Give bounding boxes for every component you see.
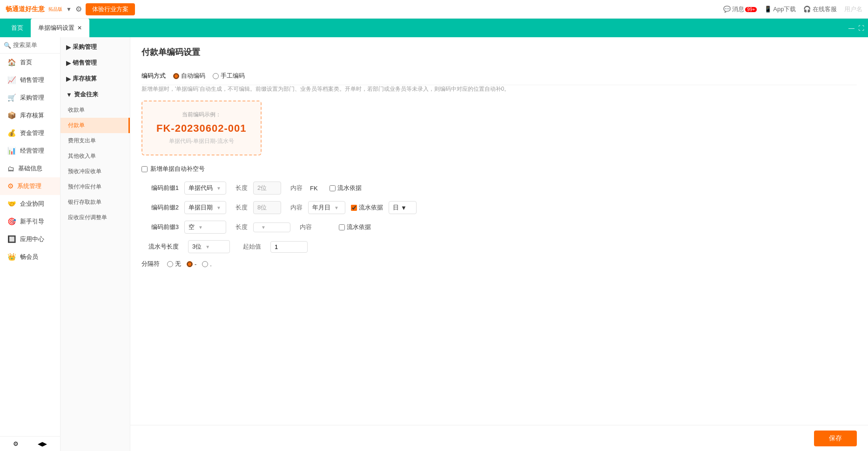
tab-close-icon[interactable]: ✕ <box>77 25 82 31</box>
top-bar: 畅通道好生意 拓品版 ▼ ⚙ 体验行业方案 💬 消息99+ 📱 App下载 🎧 … <box>0 0 868 19</box>
content-footer: 保存 <box>130 425 868 451</box>
sidebar-item-enterprise[interactable]: 🤝 企业协同 <box>0 195 60 213</box>
sidebar-item-inventory[interactable]: 📦 库存核算 <box>0 107 60 124</box>
sidebar-item-operation[interactable]: 📊 经营管理 <box>0 142 60 160</box>
prefix-3-length-label: 长度 <box>236 223 248 231</box>
tab-encoding-settings[interactable]: 单据编码设置 ✕ <box>31 19 89 37</box>
secondary-nav: ▶ 采购管理 ▶ 销售管理 ▶ 库存核算 ▼ 资金往来 收款单 付款单 费用支出… <box>61 37 130 451</box>
inventory-icon: 📦 <box>7 111 16 120</box>
finance-icon: 💰 <box>7 129 16 137</box>
prefix-2-length-value: 8位 <box>253 201 281 214</box>
sep-dot[interactable]: . <box>202 261 212 268</box>
prefix-3-select[interactable]: 空 ▼ <box>184 221 226 234</box>
start-value-input[interactable] <box>270 241 308 253</box>
prefix-row-1: 编码前缀1 单据代码 ▼ 长度 2位 内容 FK 流水依据 <box>141 182 857 195</box>
sec-group-inventory-label: 库存核算 <box>73 74 97 83</box>
tab-home[interactable]: 首页 <box>4 19 31 37</box>
enterprise-icon: 🤝 <box>7 200 16 208</box>
prefix-1-serial-checkbox[interactable]: 流水依据 <box>330 184 362 192</box>
prefix-1-length-label: 长度 <box>236 184 248 192</box>
prefix-1-content-label: 内容 <box>290 184 303 192</box>
nav-search[interactable]: 🔍 搜索菜单 <box>0 37 60 54</box>
prefix-2-period-select[interactable]: 日 ▼ <box>389 201 417 214</box>
sec-group-sales-label: 销售管理 <box>73 59 97 67</box>
serial-length-select[interactable]: 3位 ▼ <box>188 240 230 253</box>
sidebar-item-member[interactable]: 👑 畅会员 <box>0 248 60 266</box>
sec-nav-prepay-receivable[interactable]: 预收冲应收单 <box>61 164 130 179</box>
sidebar-item-apps[interactable]: 🔲 应用中心 <box>0 230 60 248</box>
prefix-2-serial-checkbox[interactable]: 流水依据 <box>351 203 383 212</box>
separator-options: 无 - . <box>167 260 212 268</box>
prefix-3-length-select[interactable]: ▼ <box>253 222 290 232</box>
sidebar-item-purchase[interactable]: 🛒 采购管理 <box>0 89 60 107</box>
sec-group-inventory-title[interactable]: ▶ 库存核算 <box>61 71 130 87</box>
sec-group-capital-label: 资金往来 <box>74 90 98 99</box>
prefix-row-3: 编码前缀3 空 ▼ 长度 ▼ 内容 流水依据 <box>141 221 857 234</box>
sidebar-item-sales[interactable]: 📈 销售管理 <box>0 71 60 89</box>
sec-group-purchase-title[interactable]: ▶ 采购管理 <box>61 39 130 55</box>
prefix-2-content-select[interactable]: 年月日 ▼ <box>308 201 345 214</box>
system-icon: ⚙ <box>7 182 13 190</box>
prefix-3-length-arrow: ▼ <box>261 225 266 230</box>
dropdown-icon[interactable]: ▼ <box>66 6 72 13</box>
nav-settings-icon[interactable]: ⚙ <box>13 440 19 447</box>
encoding-method-row: 编码方式 自动编码 手工编码 <box>141 67 857 85</box>
start-value-label: 起始值 <box>243 242 261 251</box>
prefix-1-select[interactable]: 单据代码 ▼ <box>184 182 226 195</box>
prefix-3-value: 空 <box>188 223 195 231</box>
main-layout: 🔍 搜索菜单 🏠 首页 📈 销售管理 🛒 采购管理 📦 库存核算 💰 资金管理 … <box>0 37 868 451</box>
serial-length-row: 流水号长度 3位 ▼ 起始值 <box>141 240 857 253</box>
sep-dash[interactable]: - <box>187 261 196 268</box>
prefix-2-serial-label: 流水依据 <box>359 203 383 212</box>
sec-group-capital-title[interactable]: ▼ 资金往来 <box>61 87 130 102</box>
sidebar-item-purchase-label: 采购管理 <box>20 94 44 102</box>
nav-collapse-icon[interactable]: ◀▶ <box>38 440 47 447</box>
sidebar-item-system-label: 系统管理 <box>17 182 41 190</box>
sec-nav-bank[interactable]: 银行存取款单 <box>61 195 130 210</box>
chevron-right-icon3: ▶ <box>66 75 71 82</box>
sidebar-item-guide-label: 新手引导 <box>20 217 44 226</box>
sidebar-item-operation-label: 经营管理 <box>20 147 44 155</box>
sidebar-item-home[interactable]: 🏠 首页 <box>0 54 60 71</box>
sep-none[interactable]: 无 <box>167 260 181 268</box>
app-download-link[interactable]: 📱 App下载 <box>764 5 796 13</box>
prefix-1-length-value: 2位 <box>253 182 281 195</box>
message-icon[interactable]: 💬 消息99+ <box>723 5 757 13</box>
prefix-3-content-label: 内容 <box>300 223 312 231</box>
trial-button[interactable]: 体验行业方案 <box>86 3 135 15</box>
sec-group-sales-title[interactable]: ▶ 销售管理 <box>61 55 130 71</box>
tab-maximize-icon[interactable]: ⛶ <box>858 25 864 32</box>
nav-bottom: ⚙ ◀▶ <box>0 436 60 451</box>
sec-nav-prepay-payable[interactable]: 预付冲应付单 <box>61 179 130 195</box>
settings-icon[interactable]: ⚙ <box>75 5 82 13</box>
save-button[interactable]: 保存 <box>814 431 857 446</box>
online-service-link[interactable]: 🎧 在线客服 <box>803 5 837 13</box>
sidebar-item-basic[interactable]: 🗂 基础信息 <box>0 160 60 177</box>
tab-encoding-label: 单据编码设置 <box>38 24 74 32</box>
auto-code-radio[interactable]: 自动编码 <box>173 72 205 80</box>
prefix-3-serial-checkbox[interactable]: 流水依据 <box>339 223 371 231</box>
operation-icon: 📊 <box>7 147 16 155</box>
prefix-2-select[interactable]: 单据日期 ▼ <box>184 201 226 214</box>
sec-group-inventory: ▶ 库存核算 <box>61 71 130 87</box>
sec-nav-receipt[interactable]: 收款单 <box>61 102 130 118</box>
sec-nav-other-income[interactable]: 其他收入单 <box>61 148 130 164</box>
tab-minimize-icon[interactable]: — <box>848 25 855 32</box>
sec-nav-adjustment[interactable]: 应收应付调整单 <box>61 210 130 225</box>
sidebar-item-system[interactable]: ⚙ 系统管理 <box>0 177 60 195</box>
sec-nav-expense[interactable]: 费用支出单 <box>61 133 130 148</box>
separator-row: 分隔符 无 - . <box>141 260 857 268</box>
sidebar-item-guide[interactable]: 🎯 新手引导 <box>0 213 60 230</box>
sidebar-item-finance[interactable]: 💰 资金管理 <box>0 124 60 142</box>
prefix-row-2: 编码前缀2 单据日期 ▼ 长度 8位 内容 年月日 ▼ 流水依据 日 ▼ <box>141 201 857 214</box>
sec-nav-payment[interactable]: 付款单 <box>61 118 130 133</box>
auto-fill-checkbox[interactable] <box>141 166 148 172</box>
sep-none-label: 无 <box>175 260 181 268</box>
manual-code-radio[interactable]: 手工编码 <box>213 72 245 80</box>
sidebar-item-sales-label: 销售管理 <box>20 76 44 84</box>
prefix-3-arrow: ▼ <box>198 225 203 230</box>
serial-length-arrow: ▼ <box>205 244 210 249</box>
sidebar-item-member-label: 畅会员 <box>20 253 38 261</box>
prefix-3-label: 编码前缀3 <box>141 223 179 231</box>
manual-code-label: 手工编码 <box>221 72 245 80</box>
